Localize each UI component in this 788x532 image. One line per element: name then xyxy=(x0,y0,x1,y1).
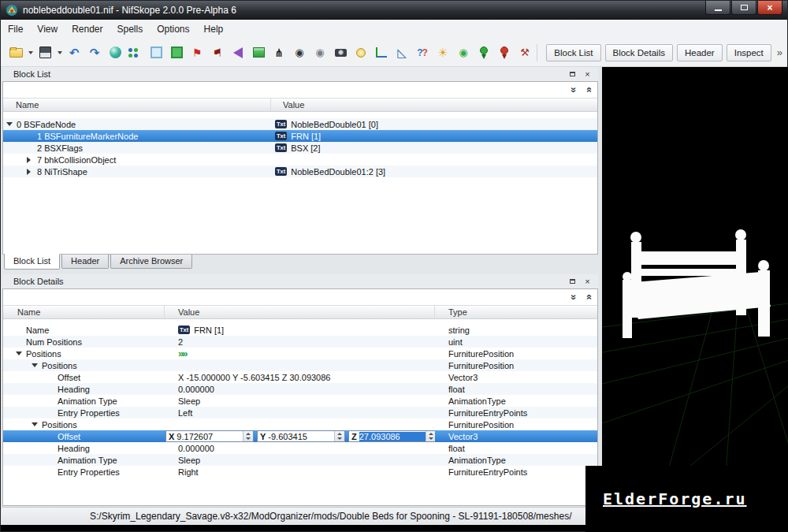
bone-icon[interactable] xyxy=(517,43,533,63)
maximize-button[interactable] xyxy=(731,1,756,15)
redo-icon[interactable] xyxy=(87,43,102,63)
expanded-arrow-icon[interactable] xyxy=(6,122,13,126)
block-details-row[interactable]: Heading0.000000float xyxy=(3,383,597,395)
menu-item-file[interactable]: File xyxy=(1,21,30,37)
red-pin-icon[interactable] xyxy=(496,43,512,63)
block-list-row[interactable]: 8 NiTriShapeTxtNobleBedDouble01:2 [3] xyxy=(3,166,597,177)
block-details-row[interactable]: NameTxtFRN [1]string xyxy=(3,324,597,336)
toolbar-button-block-list[interactable]: Block List xyxy=(546,44,600,61)
block-list-rows: 0 BSFadeNodeTxtNobleBedDouble01 [0]1 BSF… xyxy=(3,112,597,177)
skeleton-icon[interactable] xyxy=(271,43,287,63)
block-details-row[interactable]: OffsetX9.172607Y-9.603415Z27.093086Vecto… xyxy=(3,430,597,442)
close-button[interactable]: × xyxy=(757,1,782,15)
close-dock-button[interactable]: × xyxy=(582,69,593,80)
block-details-row[interactable]: PositionsFurniturePosition xyxy=(3,348,597,359)
spinner-arrows[interactable] xyxy=(334,431,344,441)
row-name: Positions xyxy=(3,359,165,371)
green-pin-icon[interactable] xyxy=(476,43,492,63)
block-details-row[interactable]: Animation TypeSleepAnimationType xyxy=(3,454,597,466)
z-value-input[interactable]: 27.093086 xyxy=(359,432,426,441)
block-details-row[interactable]: Entry PropertiesRightFurnitureEntryPoint… xyxy=(3,466,597,478)
open-file-icon[interactable] xyxy=(8,43,24,63)
dark-flag-icon[interactable] xyxy=(210,43,225,63)
tab-header[interactable]: Header xyxy=(61,255,109,269)
eye-icon[interactable] xyxy=(292,43,307,63)
menu-item-help[interactable]: Help xyxy=(197,21,231,37)
package-icon[interactable] xyxy=(251,43,266,63)
toolbar-overflow-icon[interactable]: » xyxy=(777,47,782,58)
window-cube-icon[interactable] xyxy=(148,43,164,63)
collapsed-arrow-icon[interactable] xyxy=(27,169,31,175)
float-dock-button[interactable] xyxy=(567,277,578,287)
block-list-row[interactable]: 7 bhkCollisionObject xyxy=(3,154,597,166)
collapse-all-button[interactable]: » xyxy=(584,294,592,299)
block-list-row[interactable]: 1 BSFurnitureMarkerNodeTxtFRN [1] xyxy=(3,130,597,142)
block-list-row[interactable]: 2 BSXFlagsTxtBSX [2] xyxy=(3,142,597,154)
x-value-spinbox[interactable]: X9.172607 xyxy=(165,430,254,442)
row-value: X9.172607Y-9.603415Z27.093086 xyxy=(165,430,435,442)
z-value-spinbox[interactable]: Z27.093086 xyxy=(348,430,435,442)
y-value-input[interactable]: -9.603415 xyxy=(268,432,334,441)
row-name: Offset xyxy=(3,371,165,383)
axes-icon[interactable] xyxy=(374,43,389,63)
block-details-row[interactable]: PositionsFurniturePosition xyxy=(3,359,597,371)
expand-all-button[interactable]: » xyxy=(569,294,577,299)
block-list-dock-titlebar[interactable]: Block List × xyxy=(2,67,598,81)
camera-icon[interactable] xyxy=(333,43,348,63)
minimize-button[interactable] xyxy=(705,1,730,15)
expanded-arrow-icon[interactable] xyxy=(32,422,38,426)
menu-item-view[interactable]: View xyxy=(30,21,65,37)
spinner-arrows[interactable] xyxy=(426,431,435,441)
row-name: 0 BSFadeNode xyxy=(3,118,271,130)
purple-cone-icon[interactable] xyxy=(230,43,246,63)
ruler-triangle-icon[interactable] xyxy=(394,43,410,63)
row-name: Name xyxy=(3,324,165,336)
x-value-input[interactable]: 9.172607 xyxy=(177,432,243,441)
lightbulb-icon[interactable] xyxy=(353,43,369,63)
save-file-icon[interactable] xyxy=(37,43,53,63)
question-marks-icon[interactable] xyxy=(414,43,430,63)
expanded-arrow-icon[interactable] xyxy=(32,363,38,367)
tab-archive-browser[interactable]: Archive Browser xyxy=(110,255,192,269)
palette-dots-icon[interactable] xyxy=(128,43,143,63)
expanded-arrow-icon[interactable] xyxy=(16,352,22,355)
open-dropdown-arrow-icon[interactable] xyxy=(27,43,34,63)
tab-block-list[interactable]: Block List xyxy=(4,254,60,270)
toolbar-button-header[interactable]: Header xyxy=(677,44,723,61)
row-type: FurnitureEntryPoints xyxy=(435,466,597,478)
collapse-all-button[interactable]: » xyxy=(584,87,592,92)
sun-icon[interactable] xyxy=(435,43,451,63)
menu-item-options[interactable]: Options xyxy=(150,21,196,37)
float-dock-button[interactable] xyxy=(567,69,578,80)
y-value-spinbox[interactable]: Y-9.603415 xyxy=(257,430,345,442)
spinner-arrows[interactable] xyxy=(243,431,253,441)
eye-hidden-icon[interactable] xyxy=(312,43,328,63)
save-dropdown-arrow-icon[interactable] xyxy=(56,43,63,63)
block-details-dock-titlebar[interactable]: Block Details × xyxy=(2,274,598,288)
block-details-row[interactable]: Heading0.000000float xyxy=(3,442,597,454)
menu-item-render[interactable]: Render xyxy=(65,21,110,37)
row-name: Positions xyxy=(3,419,165,430)
menu-item-spells[interactable]: Spells xyxy=(110,21,151,37)
collapsed-arrow-icon[interactable] xyxy=(27,157,31,163)
globe-icon[interactable] xyxy=(107,43,123,63)
block-list-dock-title: Block List xyxy=(13,69,50,79)
undo-icon[interactable] xyxy=(66,43,82,63)
red-flag-icon[interactable] xyxy=(189,43,205,63)
close-dock-button[interactable]: × xyxy=(582,277,593,287)
expand-all-button[interactable]: » xyxy=(569,87,577,92)
green-marker-icon[interactable] xyxy=(455,43,471,63)
block-details-row[interactable]: PositionsFurniturePosition xyxy=(3,419,597,430)
row-name: 7 bhkCollisionObject xyxy=(3,154,271,166)
block-details-row[interactable]: OffsetX -15.000000 Y -5.603415 Z 30.0930… xyxy=(3,371,597,383)
toolbar-button-block-details[interactable]: Block Details xyxy=(605,44,673,61)
watermark-overlay: ElderForge.ru xyxy=(585,466,788,532)
toolbar-button-inspect[interactable]: Inspect xyxy=(727,44,771,61)
block-details-row[interactable]: Animation TypeSleepAnimationType xyxy=(3,395,597,407)
block-list-row[interactable]: 0 BSFadeNodeTxtNobleBedDouble01 [0] xyxy=(3,118,597,130)
green-cube-icon[interactable] xyxy=(169,43,184,63)
block-details-row[interactable]: Num Positions2uint xyxy=(3,336,597,348)
titlebar[interactable]: noblebeddouble01.nif - NifSkope 2.0.0 Pr… xyxy=(1,1,787,20)
viewport-3d[interactable] xyxy=(602,67,788,532)
block-details-row[interactable]: Entry PropertiesLeftFurnitureEntryPoints xyxy=(3,407,597,419)
